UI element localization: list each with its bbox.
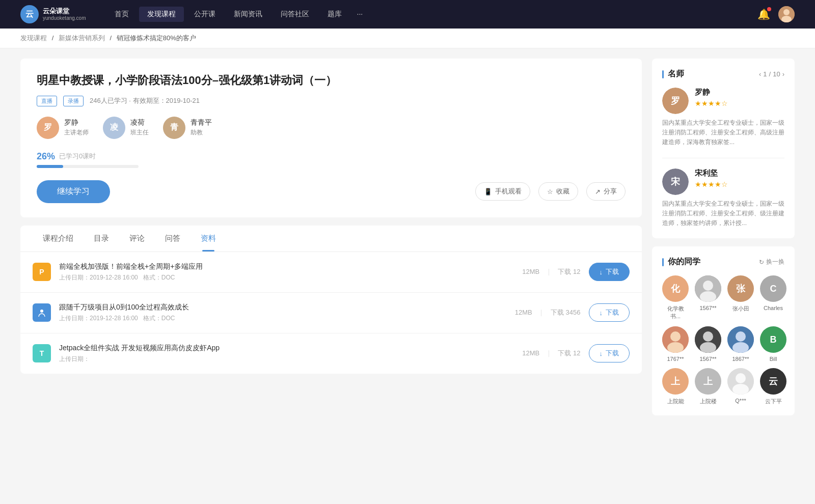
resource-info-2: Jetpack全组件实战 开发短视频应用高仿皮皮虾App 上传日期： (59, 344, 514, 363)
classmate-1[interactable]: 1567** (695, 275, 721, 320)
classmate-0[interactable]: 化 化学教书... (662, 275, 689, 320)
user-avatar-header[interactable] (778, 6, 795, 22)
classmate-avatar-1 (695, 275, 721, 302)
resource-icon-2: T (33, 344, 51, 362)
teacher-item-0: 罗 罗静 ★★★★☆ 国内某重点大学安全工程专业硕士，国家一级注册消防工程师、注… (662, 88, 784, 158)
share-button[interactable]: ↗ 分享 (586, 182, 626, 201)
action-btns: 📱 手机观看 ☆ 收藏 ↗ 分享 (475, 182, 626, 201)
tab-qa[interactable]: 问答 (155, 226, 191, 251)
progress-section: 26% 已学习0课时 (37, 151, 626, 168)
nav-questions[interactable]: 题库 (319, 7, 350, 22)
classmate-avatar-6 (727, 326, 754, 353)
switch-classmates-button[interactable]: ↻ 换一换 (759, 258, 784, 266)
svg-point-15 (732, 342, 749, 353)
teacher-desc-1: 国内某重点大学安全工程专业硕士，国家一级注册消防工程师、注册安全工程师、级注册建… (662, 199, 784, 229)
teachers-next-button[interactable]: › (782, 70, 784, 78)
teachers-panel: 名师 ‹ 1 / 10 › 罗 罗静 ★★★★☆ (652, 59, 795, 238)
resource-meta-2: 上传日期： (59, 355, 514, 363)
tabs-header: 课程介绍 目录 评论 问答 资料 (20, 226, 642, 252)
svg-point-18 (732, 384, 749, 395)
teachers-prev-button[interactable]: ‹ (759, 70, 761, 78)
resource-item-1: 跟随千万级项目从0到100全过程高效成长 上传日期：2019-12-28 16:… (20, 293, 642, 333)
svg-point-3 (40, 310, 43, 313)
download-icon-2: ↓ (600, 350, 603, 357)
tab-intro[interactable]: 课程介绍 (33, 226, 84, 251)
teacher-stars-1: ★★★★☆ (695, 180, 728, 188)
teachers-panel-nav: ‹ 1 / 10 › (759, 70, 784, 78)
classmate-3[interactable]: C Charles (760, 275, 786, 320)
classmate-7[interactable]: B Bill (760, 326, 786, 362)
download-button-0[interactable]: ↓ 下载 (589, 263, 630, 281)
progress-bar-fill (37, 165, 63, 168)
classmate-8[interactable]: 上 上院能 (662, 368, 689, 405)
classmate-avatar-0: 化 (662, 275, 689, 302)
download-button-1[interactable]: ↓ 下载 (589, 303, 630, 322)
classmate-name-11: 云下平 (765, 398, 782, 405)
classmate-9[interactable]: 上 上院楼 (695, 368, 721, 405)
teacher-item-1: 宋 宋利坚 ★★★★☆ 国内某重点大学安全工程专业硕士，国家一级注册消防工程师、… (662, 169, 784, 229)
course-card: 明星中教授课，小学阶段语法100分–强化级第1讲动词（一） 直播 录播 246人… (20, 59, 642, 217)
resource-meta-1: 上传日期：2019-12-28 16:00 格式：DOC (59, 314, 507, 323)
classmate-5[interactable]: 1567** (695, 326, 721, 362)
tab-resources[interactable]: 资料 (191, 226, 226, 251)
logo-icon: 云 (20, 5, 39, 23)
teacher-stars-0: ★★★★☆ (695, 99, 728, 107)
badge-live: 直播 (37, 96, 57, 106)
refresh-icon: ↻ (759, 259, 764, 266)
course-title: 明星中教授课，小学阶段语法100分–强化级第1讲动词（一） (37, 73, 626, 89)
resource-info-0: 前端全栈加强版！前端全栈+全周期+多端应用 上传日期：2019-12-28 16… (59, 262, 514, 282)
nav-discover[interactable]: 发现课程 (139, 7, 184, 22)
classmate-name-2: 张小田 (732, 305, 749, 313)
classmate-11[interactable]: 云 云下平 (760, 368, 786, 405)
breadcrumb-discover[interactable]: 发现课程 (20, 34, 47, 42)
bell-button[interactable]: 🔔 (757, 8, 770, 20)
mobile-watch-button[interactable]: 📱 手机观看 (475, 182, 530, 201)
badge-record: 录播 (63, 96, 84, 106)
instructors: 罗 罗静 主讲老师 凌 凌荷 班主任 (37, 117, 626, 139)
nav-qa[interactable]: 问答社区 (273, 7, 317, 22)
mobile-watch-label: 手机观看 (495, 187, 522, 196)
course-meta-text: 246人已学习 · 有效期至：2019-10-21 (90, 96, 200, 105)
resource-item-0: P 前端全栈加强版！前端全栈+全周期+多端应用 上传日期：2019-12-28 … (20, 252, 642, 293)
instructor-name-1: 凌荷 (130, 118, 149, 127)
teacher-avatar-1: 宋 (662, 169, 689, 195)
classmate-avatar-10 (727, 368, 754, 395)
nav-news[interactable]: 新闻资讯 (226, 7, 270, 22)
classmates-panel-title: 你的同学 (662, 257, 700, 267)
classmate-name-8: 上院能 (667, 398, 684, 405)
favorite-button[interactable]: ☆ 收藏 (538, 182, 578, 201)
nav-open[interactable]: 公开课 (186, 7, 224, 22)
resource-icon-1 (33, 303, 51, 322)
sidebar: 名师 ‹ 1 / 10 › 罗 罗静 ★★★★☆ (652, 59, 795, 415)
tab-comments[interactable]: 评论 (119, 226, 155, 251)
classmate-avatar-8: 上 (662, 368, 689, 395)
classmate-10[interactable]: Q*** (727, 368, 754, 405)
nav-more[interactable]: ··· (352, 7, 368, 22)
classmate-avatar-4 (662, 326, 689, 353)
header: 云 云朵课堂 yunduoketang.com 首页 发现课程 公开课 新闻资讯… (0, 0, 815, 29)
breadcrumb-series[interactable]: 新媒体营销系列 (59, 34, 105, 42)
classmate-6[interactable]: 1867** (727, 326, 754, 362)
classmate-name-3: Charles (764, 305, 783, 311)
continue-learning-button[interactable]: 继续学习 (37, 180, 110, 203)
teachers-panel-title: 名师 (662, 69, 684, 79)
teacher-avatar-0: 罗 (662, 88, 689, 114)
resource-stats-0: 12MB ｜ 下载 12 (522, 267, 580, 276)
classmate-2[interactable]: 张 张小田 (727, 275, 754, 320)
resource-icon-0: P (33, 263, 51, 281)
svg-point-5 (703, 281, 713, 291)
tabs-content: P 前端全栈加强版！前端全栈+全周期+多端应用 上传日期：2019-12-28 … (20, 252, 642, 374)
logo[interactable]: 云 云朵课堂 yunduoketang.com (20, 5, 86, 23)
classmate-name-4: 1767** (667, 356, 684, 362)
star-icon: ☆ (547, 188, 553, 195)
header-right: 🔔 (757, 6, 795, 22)
tab-catalog[interactable]: 目录 (84, 226, 119, 251)
nav-home[interactable]: 首页 (106, 7, 137, 22)
download-button-2[interactable]: ↓ 下载 (589, 344, 630, 362)
classmates-grid: 化 化学教书... 1567** 张 张小田 C Charles (662, 275, 784, 405)
teacher-name-0: 罗静 (695, 88, 728, 97)
classmates-panel: 你的同学 ↻ 换一换 化 化学教书... 1567** (652, 246, 795, 415)
main-layout: 明星中教授课，小学阶段语法100分–强化级第1讲动词（一） 直播 录播 246人… (0, 48, 815, 426)
classmate-name-0: 化学教书... (662, 305, 689, 320)
classmate-4[interactable]: 1767** (662, 326, 689, 362)
